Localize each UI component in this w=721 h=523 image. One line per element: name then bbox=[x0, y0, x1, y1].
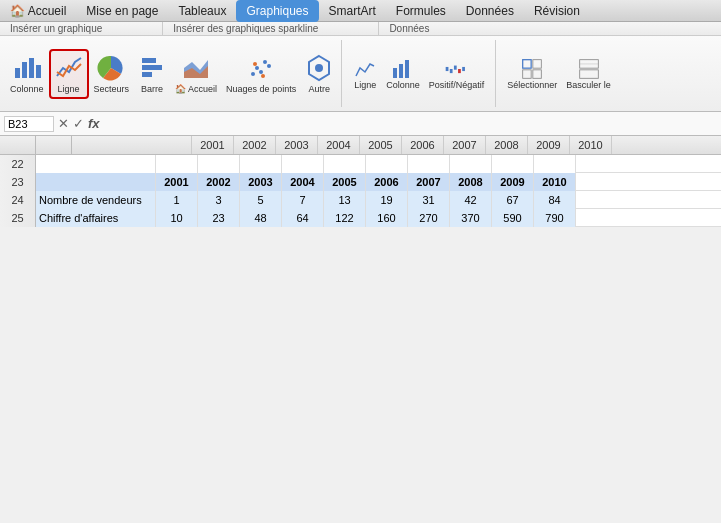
cell-24-2004[interactable]: 7 bbox=[282, 191, 324, 209]
ribbon-sparkline-title: Insérer des graphiques sparkline bbox=[163, 22, 379, 35]
cell-22-1[interactable] bbox=[156, 155, 198, 173]
cell-25-2009[interactable]: 590 bbox=[492, 209, 534, 227]
cell-24-2002[interactable]: 3 bbox=[198, 191, 240, 209]
svg-rect-21 bbox=[446, 66, 449, 70]
cell-24-2006[interactable]: 19 bbox=[366, 191, 408, 209]
cell-24-2005[interactable]: 13 bbox=[324, 191, 366, 209]
cell-22-5[interactable] bbox=[324, 155, 366, 173]
col-header-2003[interactable]: 2003 bbox=[276, 136, 318, 154]
cell-24-2009[interactable]: 67 bbox=[492, 191, 534, 209]
sparkline-colonne-btn[interactable]: Colonne bbox=[383, 56, 423, 92]
house-icon: 🏠 bbox=[10, 4, 25, 18]
sparkline-ligne-btn[interactable]: Ligne bbox=[350, 56, 380, 92]
menu-smartart[interactable]: SmartArt bbox=[319, 0, 386, 22]
cell-25-2003[interactable]: 48 bbox=[240, 209, 282, 227]
row-header-23: 23 bbox=[0, 173, 36, 191]
col-header-2006[interactable]: 2006 bbox=[402, 136, 444, 154]
cell-23-2002[interactable]: 2002 bbox=[198, 173, 240, 191]
svg-point-15 bbox=[261, 74, 265, 78]
cell-25-2010[interactable]: 790 bbox=[534, 209, 576, 227]
cell-24-label[interactable]: Nombre de vendeurs bbox=[36, 191, 156, 209]
menu-accueil[interactable]: 🏠 🏠 AccueilAccueil bbox=[0, 0, 76, 22]
menu-donnees[interactable]: Données bbox=[456, 0, 524, 22]
sparkline-posneg-btn[interactable]: Positif/Négatif bbox=[426, 56, 488, 92]
svg-rect-6 bbox=[142, 72, 152, 77]
cell-24-2001[interactable]: 1 bbox=[156, 191, 198, 209]
cell-23-2007[interactable]: 2007 bbox=[408, 173, 450, 191]
col-header-2001[interactable]: 2001 bbox=[192, 136, 234, 154]
cell-25-2002[interactable]: 23 bbox=[198, 209, 240, 227]
menu-mise-en-page[interactable]: Mise en page bbox=[76, 0, 168, 22]
cell-25-2004[interactable]: 64 bbox=[282, 209, 324, 227]
menu-formules[interactable]: Formules bbox=[386, 0, 456, 22]
cell-22-10[interactable] bbox=[534, 155, 576, 173]
cell-25-2008[interactable]: 370 bbox=[450, 209, 492, 227]
svg-rect-31 bbox=[579, 69, 598, 77]
svg-rect-27 bbox=[533, 59, 541, 67]
ribbon-donnees-title: Données bbox=[379, 22, 439, 35]
cell-24-2010[interactable]: 84 bbox=[534, 191, 576, 209]
chart-ligne-btn[interactable]: Ligne bbox=[49, 49, 89, 99]
col-header-2002[interactable]: 2002 bbox=[234, 136, 276, 154]
table-row: 23 2001 2002 2003 2004 2005 2006 2007 20… bbox=[0, 173, 721, 191]
cell-23-2006[interactable]: 2006 bbox=[366, 173, 408, 191]
svg-rect-19 bbox=[399, 64, 403, 78]
cell-25-2001[interactable]: 10 bbox=[156, 209, 198, 227]
cell-22-4[interactable] bbox=[282, 155, 324, 173]
selectionner-btn[interactable]: Sélectionner bbox=[504, 56, 560, 92]
col-header-2005[interactable]: 2005 bbox=[360, 136, 402, 154]
col-header-2008[interactable]: 2008 bbox=[486, 136, 528, 154]
cell-23-0[interactable] bbox=[36, 173, 156, 191]
svg-rect-29 bbox=[533, 69, 541, 77]
formula-bar: B23 ✕ ✓ fx bbox=[0, 112, 721, 136]
cell-22-2[interactable] bbox=[198, 155, 240, 173]
cell-22-0[interactable] bbox=[36, 155, 156, 173]
chart-secteurs-label: Secteurs bbox=[94, 84, 130, 94]
cell-23-2009[interactable]: 2009 bbox=[492, 173, 534, 191]
cell-23-2010[interactable]: 2010 bbox=[534, 173, 576, 191]
chart-aires-btn[interactable]: 🏠 Accueil bbox=[171, 51, 221, 97]
row-header-24: 24 bbox=[0, 191, 36, 209]
cell-25-2007[interactable]: 270 bbox=[408, 209, 450, 227]
chart-colonne-btn[interactable]: Colonne bbox=[6, 51, 48, 97]
cell-reference[interactable]: B23 bbox=[4, 116, 54, 132]
cell-23-2008[interactable]: 2008 bbox=[450, 173, 492, 191]
chart-secteurs-btn[interactable]: Secteurs bbox=[90, 51, 134, 97]
col-header-blank[interactable] bbox=[72, 136, 192, 154]
cell-23-2004[interactable]: 2004 bbox=[282, 173, 324, 191]
formula-input[interactable] bbox=[104, 118, 717, 130]
basculer-btn[interactable]: Basculer le bbox=[563, 56, 614, 92]
cell-24-2003[interactable]: 5 bbox=[240, 191, 282, 209]
cell-25-label[interactable]: Chiffre d'affaires bbox=[36, 209, 156, 227]
cell-22-3[interactable] bbox=[240, 155, 282, 173]
svg-rect-25 bbox=[463, 66, 466, 70]
cell-25-2006[interactable]: 160 bbox=[366, 209, 408, 227]
row-header-25: 25 bbox=[0, 209, 36, 227]
svg-rect-24 bbox=[459, 69, 462, 73]
chart-barre-label: Barre bbox=[141, 84, 163, 94]
chart-barre-btn[interactable]: Barre bbox=[134, 51, 170, 97]
menu-graphiques[interactable]: Graphiques bbox=[236, 0, 318, 22]
menu-revision[interactable]: Révision bbox=[524, 0, 590, 22]
col-header-2010[interactable]: 2010 bbox=[570, 136, 612, 154]
col-header-2009[interactable]: 2009 bbox=[528, 136, 570, 154]
col-header-2007[interactable]: 2007 bbox=[444, 136, 486, 154]
cell-22-7[interactable] bbox=[408, 155, 450, 173]
chart-autre-btn[interactable]: Autre bbox=[301, 51, 337, 97]
cell-24-2008[interactable]: 42 bbox=[450, 191, 492, 209]
col-header-2004[interactable]: 2004 bbox=[318, 136, 360, 154]
sparkline-colonne-label: Colonne bbox=[386, 80, 420, 90]
cell-22-8[interactable] bbox=[450, 155, 492, 173]
cell-23-2005[interactable]: 2005 bbox=[324, 173, 366, 191]
cell-22-6[interactable] bbox=[366, 155, 408, 173]
cell-22-9[interactable] bbox=[492, 155, 534, 173]
chart-nuages-btn[interactable]: Nuages de points bbox=[222, 51, 300, 97]
cell-25-2005[interactable]: 122 bbox=[324, 209, 366, 227]
menu-tableaux[interactable]: Tableaux bbox=[168, 0, 236, 22]
svg-rect-5 bbox=[142, 65, 162, 70]
cell-23-2001[interactable]: 2001 bbox=[156, 173, 198, 191]
chart-ligne-label: Ligne bbox=[58, 84, 80, 94]
svg-rect-0 bbox=[15, 68, 20, 78]
cell-23-2003[interactable]: 2003 bbox=[240, 173, 282, 191]
cell-24-2007[interactable]: 31 bbox=[408, 191, 450, 209]
